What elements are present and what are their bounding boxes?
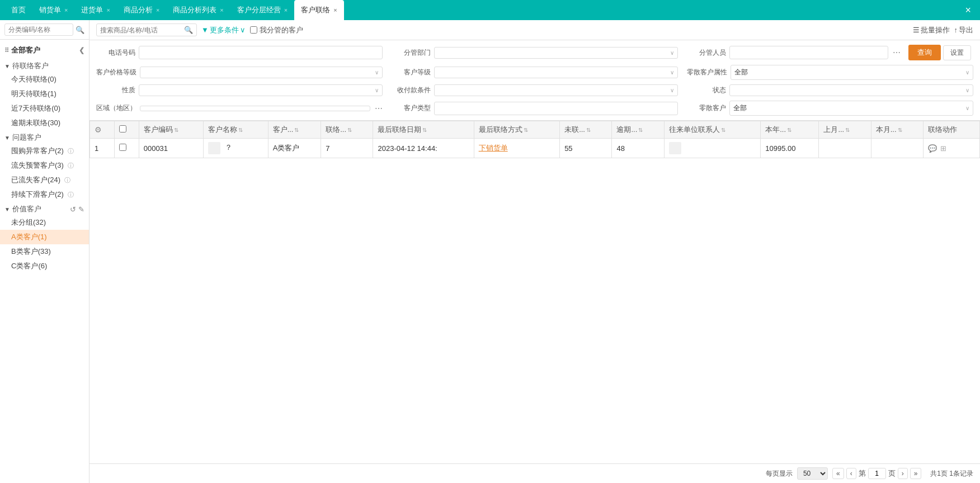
sidebar-section-pending[interactable]: ▼ 待联络客户 <box>0 59 89 72</box>
section-arrow: ▼ <box>4 206 10 212</box>
cell-this-year: 10995.00 <box>761 139 819 158</box>
value-section-actions: ↺ ✎ <box>70 205 84 214</box>
filter-chevron: ∨ <box>240 26 246 34</box>
nav-product-analysis[interactable]: 商品分析 × <box>117 0 166 20</box>
batch-ops-btn[interactable]: ☰ 批量操作 <box>913 25 950 35</box>
info-icon: ⓘ <box>64 177 70 183</box>
region-select[interactable] <box>140 106 370 111</box>
close-purchase-tab[interactable]: × <box>106 7 110 13</box>
manager-label: 分管人员 <box>687 48 726 58</box>
sidebar-all-customers[interactable]: ⠿ 全部客户 ❮ <box>0 42 89 59</box>
page-number-input[interactable] <box>868 468 886 479</box>
sidebar-section-value[interactable]: ▼ 价值客户 ↺ ✎ <box>0 202 89 215</box>
sidebar-item-declining[interactable]: 持续下滑客户(2) ⓘ <box>0 187 89 202</box>
filter-row-payment: 收付款条件 ∨ <box>392 84 678 96</box>
sidebar-item-churned[interactable]: 已流失客户(24) ⓘ <box>0 173 89 187</box>
filter-row-customer-level: 客户等级 ∨ <box>392 65 678 80</box>
bottom-bar: 每页显示 50 100 200 « ‹ 第 页 › » 共1页 1条记录 <box>89 463 980 483</box>
sidebar-item-class-b[interactable]: B类客户(33) <box>0 244 89 259</box>
info-icon: ⓘ <box>68 191 74 198</box>
nav-customer-contact[interactable]: 客户联络 × <box>294 0 343 20</box>
region-dots[interactable]: ⋯ <box>375 104 383 113</box>
gear-icon[interactable]: ⚙ <box>95 125 102 134</box>
dots-icon: ⠿ <box>4 47 9 54</box>
sidebar-section-problem[interactable]: ▼ 问题客户 <box>0 130 89 144</box>
cell-type: A类客户 <box>268 139 321 158</box>
col-gear[interactable]: ⚙ <box>90 121 115 139</box>
manager-input[interactable] <box>729 46 888 59</box>
more-action-icon[interactable]: ⊞ <box>940 144 946 153</box>
col-overdue: 逾期...⇅ <box>612 121 664 139</box>
edit-icon[interactable]: ✎ <box>78 205 84 214</box>
sidebar-search-icon[interactable]: 🔍 <box>76 26 84 34</box>
cell-row-checkbox <box>114 139 139 158</box>
customer-level-label: 客户等级 <box>392 68 431 77</box>
prev-page-btn[interactable]: ‹ <box>846 468 856 479</box>
retail-select[interactable]: 全部 ∨ <box>729 101 973 116</box>
row-checkbox[interactable] <box>119 144 126 151</box>
action-btns: 查询 设置 <box>908 45 973 60</box>
sidebar-item-overdue[interactable]: 逾期未联络(30) <box>0 116 89 130</box>
cell-contact-count: 7 <box>321 139 373 158</box>
sidebar-item-ungroup[interactable]: 未分组(32) <box>0 215 89 230</box>
query-button[interactable]: 查询 <box>908 45 941 60</box>
close-customer-contact-tab[interactable]: × <box>333 7 337 13</box>
filter-row-manager: 分管人员 ⋯ 查询 设置 <box>687 45 973 60</box>
col-this-month: 本月...⇅ <box>871 121 923 139</box>
payment-select[interactable]: ∨ <box>434 84 678 96</box>
settings-button[interactable]: 设置 <box>943 45 971 60</box>
close-customer-tier-tab[interactable]: × <box>284 7 288 13</box>
my-customer-checkbox[interactable] <box>250 26 257 34</box>
table-row: 1 000031 ？ A类客户 7 2023-04-12 14:44: 下销货单 <box>90 139 980 158</box>
export-btn[interactable]: ↑ 导出 <box>954 25 974 35</box>
cell-uncontacted: 55 <box>560 139 612 158</box>
main-search-icon[interactable]: 🔍 <box>184 26 193 34</box>
window-close-button[interactable]: × <box>960 4 976 16</box>
retail-attr-label: 零散客户属性 <box>687 68 727 77</box>
sidebar-item-class-a[interactable]: A类客户(1) <box>0 230 89 244</box>
more-filter-btn[interactable]: ▼ 更多条件 ∨ <box>201 25 246 35</box>
filter-row-region: 区域（地区） ⋯ <box>96 101 383 116</box>
nav-sales[interactable]: 销货单 × <box>32 0 74 20</box>
sidebar: 🔍 ⠿ 全部客户 ❮ ▼ 待联络客户 今天待联络(0) 明天待联络(1) 近7天… <box>0 20 89 483</box>
nav-home[interactable]: 首页 <box>4 0 32 20</box>
close-product-analysis-tab[interactable]: × <box>156 7 159 13</box>
sidebar-item-tomorrow[interactable]: 明天待联络(1) <box>0 87 89 101</box>
nav-purchase[interactable]: 进货单 × <box>74 0 116 20</box>
price-level-select[interactable]: ∨ <box>140 67 383 78</box>
sidebar-item-7days[interactable]: 近7天待联络(0) <box>0 101 89 116</box>
sidebar-collapse-icon[interactable]: ❮ <box>79 46 84 54</box>
close-sales-tab[interactable]: × <box>64 7 68 13</box>
next-page-btn[interactable]: › <box>898 468 908 479</box>
sidebar-item-class-c[interactable]: C类客户(6) <box>0 259 89 273</box>
retail-attr-select[interactable]: 全部 ∨ <box>731 65 973 80</box>
page-size-select[interactable]: 50 100 200 <box>797 467 828 480</box>
customer-type-input[interactable] <box>434 102 678 115</box>
contact-method-link[interactable]: 下销货单 <box>479 144 508 152</box>
select-all-checkbox[interactable] <box>119 125 126 132</box>
customer-level-select[interactable]: ∨ <box>434 67 678 78</box>
filter-row-price-level: 客户价格等级 ∨ <box>96 65 383 80</box>
main-search-input[interactable] <box>100 26 184 34</box>
payment-label: 收付款条件 <box>392 86 431 95</box>
sidebar-item-today[interactable]: 今天待联络(0) <box>0 72 89 87</box>
nav-customer-tier[interactable]: 客户分层经营 × <box>230 0 294 20</box>
chat-action-icon[interactable]: 💬 <box>928 144 937 153</box>
first-page-btn[interactable]: « <box>832 468 844 479</box>
last-page-btn[interactable]: » <box>910 468 922 479</box>
filter-right-actions: ☰ 批量操作 ↑ 导出 <box>913 25 974 35</box>
manager-dots[interactable]: ⋯ <box>893 48 901 57</box>
sidebar-item-abnormal[interactable]: 囤购异常客户(2) ⓘ <box>0 144 89 158</box>
col-last-month: 上月...⇅ <box>819 121 871 139</box>
section-arrow: ▼ <box>4 135 10 141</box>
dept-select[interactable]: ∨ <box>434 47 678 59</box>
filter-bar: 🔍 ▼ 更多条件 ∨ 我分管的客户 ☰ 批量操作 ↑ 导出 <box>89 20 980 40</box>
sidebar-search-input[interactable] <box>4 23 73 36</box>
refresh-icon[interactable]: ↺ <box>70 205 76 214</box>
status-select[interactable]: ∨ <box>729 84 973 96</box>
nature-select[interactable]: ∨ <box>139 84 383 96</box>
nav-product-list[interactable]: 商品分析列表 × <box>166 0 230 20</box>
sidebar-item-churn-warning[interactable]: 流失预警客户(3) ⓘ <box>0 158 89 173</box>
close-product-list-tab[interactable]: × <box>220 7 223 13</box>
phone-input[interactable] <box>139 46 383 59</box>
